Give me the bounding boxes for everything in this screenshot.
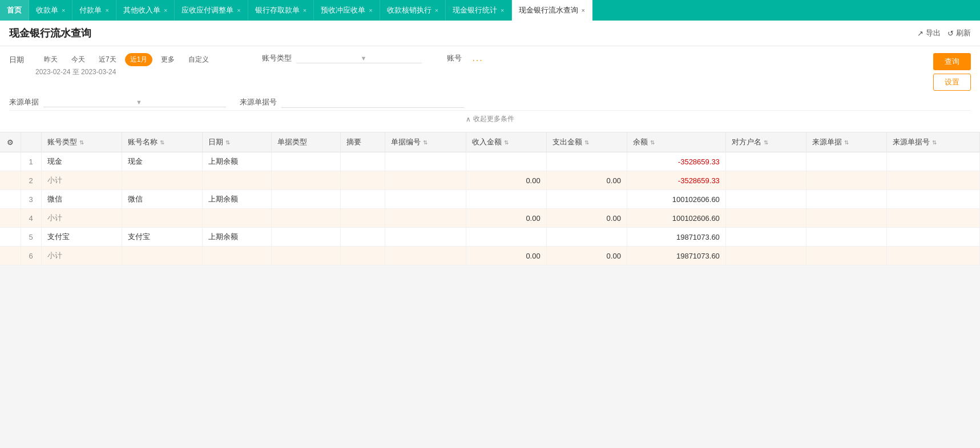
- cell-account_name: 微信: [122, 190, 202, 209]
- close-icon[interactable]: ×: [303, 7, 306, 14]
- source-doc-select[interactable]: ▼: [43, 98, 226, 107]
- sort-icon: ⇅: [650, 139, 655, 146]
- account-ellipsis-button[interactable]: ...: [472, 53, 483, 63]
- table-row: 2小计0.000.00-3528659.33: [0, 171, 980, 190]
- nav-item-cash-bank-flow[interactable]: 现金银行流水查询×: [512, 0, 592, 21]
- close-icon[interactable]: ×: [369, 7, 372, 14]
- cell-gear: [0, 190, 21, 209]
- cell-source_doc_no: [887, 209, 980, 228]
- cell-account_name: 现金: [122, 152, 202, 171]
- date-options: 昨天今天近7天近1月更多自定义: [39, 53, 214, 66]
- cell-gear: [0, 209, 21, 228]
- nav-item-cash-bank-stat[interactable]: 现金银行统计×: [446, 0, 511, 21]
- cell-date: 上期余额: [202, 228, 271, 247]
- cell-doc_type: [272, 190, 341, 209]
- cell-account_name: 支付宝: [122, 228, 202, 247]
- chevron-down-icon: ▼: [360, 55, 418, 62]
- sort-icon: ⇅: [423, 139, 428, 146]
- right-buttons: 查询 设置: [933, 53, 971, 91]
- column-header-account_name[interactable]: 账号名称⇅: [122, 132, 202, 152]
- cell-doc_no: [385, 190, 466, 209]
- column-header-counterparty[interactable]: 对方户名⇅: [725, 132, 806, 152]
- cell-date: [202, 209, 271, 228]
- close-icon[interactable]: ×: [435, 7, 438, 14]
- cell-doc_no: [385, 247, 466, 265]
- cell-source_doc_no: [887, 152, 980, 171]
- account-type-select[interactable]: ▼: [296, 54, 422, 63]
- cell-summary: [341, 152, 385, 171]
- refresh-button[interactable]: ↺ 刷新: [947, 28, 971, 38]
- cell-income: [466, 190, 546, 209]
- column-header-source_doc[interactable]: 来源单据⇅: [806, 132, 887, 152]
- column-header-date[interactable]: 日期⇅: [202, 132, 271, 152]
- cell-doc_type: [272, 209, 341, 228]
- cell-num: 3: [21, 190, 41, 209]
- nav-item-ar-ap-adjust[interactable]: 应收应付调整单×: [175, 0, 248, 21]
- cell-doc_type: [272, 152, 341, 171]
- sort-icon: ⇅: [225, 139, 230, 146]
- table-header: ⚙账号类型⇅账号名称⇅日期⇅单据类型摘要单据编号⇅收入金额⇅支出金额⇅余额⇅对方…: [0, 132, 980, 152]
- gear-icon[interactable]: ⚙: [7, 138, 14, 147]
- column-header-expense[interactable]: 支出金额⇅: [546, 132, 627, 152]
- column-header-income[interactable]: 收入金额⇅: [466, 132, 546, 152]
- cell-source_doc_no: [887, 228, 980, 247]
- cell-account_type: 支付宝: [41, 228, 122, 247]
- cell-summary: [341, 171, 385, 190]
- column-header-source_doc_no[interactable]: 来源单据号⇅: [887, 132, 980, 152]
- cell-expense: 0.00: [546, 171, 627, 190]
- close-icon[interactable]: ×: [105, 7, 108, 14]
- cell-balance: 19871073.60: [627, 228, 725, 247]
- date-option-1month[interactable]: 近1月: [125, 53, 153, 66]
- date-option-yesterday[interactable]: 昨天: [39, 53, 63, 66]
- cell-income: 0.00: [466, 247, 546, 265]
- column-header-balance[interactable]: 余额⇅: [627, 132, 725, 152]
- table-row: 4小计0.000.00100102606.60: [0, 209, 980, 228]
- table-body: 1现金现金上期余额-3528659.332小计0.000.00-3528659.…: [0, 152, 980, 265]
- nav-item-receipt[interactable]: 收款单×: [29, 0, 72, 21]
- cell-source_doc: [806, 247, 887, 265]
- cell-expense: 0.00: [546, 209, 627, 228]
- nav-item-home[interactable]: 首页: [0, 0, 29, 21]
- cell-doc_no: [385, 171, 466, 190]
- account-type-filter-group: 账号类型 ▼: [262, 53, 422, 69]
- nav-item-other-income[interactable]: 其他收入单×: [116, 0, 175, 21]
- data-table-container: ⚙账号类型⇅账号名称⇅日期⇅单据类型摘要单据编号⇅收入金额⇅支出金额⇅余额⇅对方…: [0, 132, 980, 265]
- close-icon[interactable]: ×: [164, 7, 167, 14]
- sort-icon: ⇅: [844, 139, 849, 146]
- date-option-custom[interactable]: 自定义: [183, 53, 214, 66]
- settings-button[interactable]: 设置: [933, 74, 971, 91]
- cell-doc_no: [385, 152, 466, 171]
- query-button[interactable]: 查询: [933, 53, 971, 70]
- close-icon[interactable]: ×: [582, 7, 585, 14]
- cell-income: [466, 152, 546, 171]
- table-row: 6小计0.000.0019871073.60: [0, 247, 980, 265]
- export-button[interactable]: ↗ 导出: [917, 28, 941, 38]
- source-doc-num-input[interactable]: [281, 96, 464, 108]
- cell-balance: -3528659.33: [627, 152, 725, 171]
- close-icon[interactable]: ×: [237, 7, 240, 14]
- cell-balance: 100102606.60: [627, 190, 725, 209]
- cell-counterparty: [725, 247, 806, 265]
- cell-expense: [546, 228, 627, 247]
- date-option-7days[interactable]: 近7天: [94, 53, 122, 66]
- source-doc-filter-group: 来源单据 ▼: [9, 97, 226, 107]
- collapse-more-button[interactable]: ∧ 收起更多条件: [9, 110, 971, 125]
- sort-icon: ⇅: [160, 139, 164, 146]
- cell-counterparty: [725, 209, 806, 228]
- cell-source_doc: [806, 152, 887, 171]
- filter-area: 日期 昨天今天近7天近1月更多自定义 2023-02-24 至 2023-03-…: [0, 46, 980, 132]
- cell-account_type: 小计: [41, 171, 122, 190]
- close-icon[interactable]: ×: [62, 7, 65, 14]
- source-doc-num-label: 来源单据号: [240, 97, 277, 107]
- date-option-today[interactable]: 今天: [66, 53, 90, 66]
- column-header-account_type[interactable]: 账号类型⇅: [41, 132, 122, 152]
- date-option-more[interactable]: 更多: [156, 53, 180, 66]
- table-row: 3微信微信上期余额100102606.60: [0, 190, 980, 209]
- nav-item-collection-exec[interactable]: 收款核销执行×: [380, 0, 446, 21]
- column-header-doc_no[interactable]: 单据编号⇅: [385, 132, 466, 152]
- close-icon[interactable]: ×: [501, 7, 504, 14]
- nav-item-bank-deposit[interactable]: 银行存取款单×: [248, 0, 314, 21]
- cell-doc_type: [272, 228, 341, 247]
- nav-item-advance-offset[interactable]: 预收冲应收单×: [314, 0, 380, 21]
- nav-item-payment[interactable]: 付款单×: [72, 0, 116, 21]
